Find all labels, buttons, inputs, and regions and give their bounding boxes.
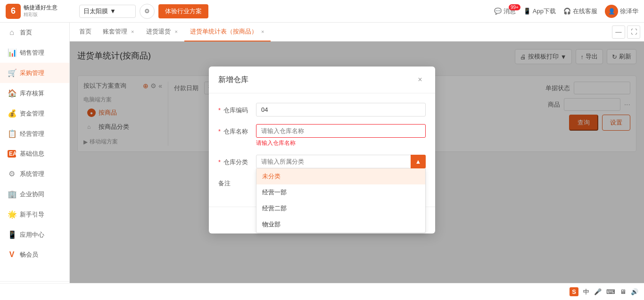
add-warehouse-modal: 新增仓库 × * 仓库编码 * 仓库名称 — [209, 67, 435, 233]
form-field-name: 请输入仓库名称 — [256, 124, 426, 147]
modal-body: * 仓库编码 * 仓库名称 请输入仓库名称 — [209, 93, 435, 207]
chinese-input-icon[interactable]: 中 — [583, 288, 589, 296]
dropdown-item-unclassified[interactable]: 未分类 — [256, 168, 425, 184]
form-row-code: * 仓库编码 — [218, 103, 426, 117]
modal-header: 新增仓库 × — [209, 67, 435, 93]
warehouse-code-input[interactable] — [256, 103, 426, 117]
bottom-bar: S 中 🎤 ⌨ 🖥 🔊 — [0, 283, 644, 300]
category-dropdown-list: 未分类 经营一部 经营二部 物业部 — [256, 168, 426, 233]
form-field-code — [256, 103, 426, 117]
dropdown-item-dept2[interactable]: 经营二部 — [256, 200, 425, 217]
modal-close-button[interactable]: × — [414, 74, 426, 85]
modal-overlay: 新增仓库 × * 仓库编码 * 仓库名称 — [0, 0, 644, 300]
category-dropdown-wrapper: ▲ 未分类 经营一部 经营二部 物业部 — [256, 155, 426, 168]
form-field-category: ▲ 未分类 经营一部 经营二部 物业部 — [256, 155, 426, 168]
warehouse-name-error: 请输入仓库名称 — [256, 139, 426, 147]
warehouse-name-label: * 仓库名称 — [218, 124, 256, 136]
required-mark-name: * — [218, 128, 221, 135]
keyboard-icon[interactable]: ⌨ — [606, 288, 615, 295]
dropdown-toggle-button[interactable]: ▲ — [411, 155, 426, 168]
modal-title: 新增仓库 — [218, 75, 248, 85]
warehouse-category-label: * 仓库分类 — [218, 155, 256, 167]
required-mark-cat: * — [218, 158, 221, 166]
required-mark-code: * — [218, 107, 221, 114]
note-label: 备注 — [218, 176, 256, 188]
microphone-icon[interactable]: 🎤 — [594, 288, 602, 295]
monitor-icon[interactable]: 🖥 — [620, 288, 626, 295]
volume-bottom-icon[interactable]: 🔊 — [631, 288, 638, 295]
form-row-name: * 仓库名称 请输入仓库名称 — [218, 124, 426, 147]
warehouse-name-input[interactable] — [256, 124, 426, 138]
s-logo-icon: S — [570, 287, 578, 296]
dropdown-item-property[interactable]: 物业部 — [256, 217, 425, 233]
form-row-category: * 仓库分类 ▲ 未分类 经营一部 经营二部 物业部 — [218, 155, 426, 168]
dropdown-item-dept1[interactable]: 经营一部 — [256, 184, 425, 200]
category-dropdown-input[interactable] — [256, 155, 426, 168]
warehouse-code-label: * 仓库编码 — [218, 103, 256, 115]
